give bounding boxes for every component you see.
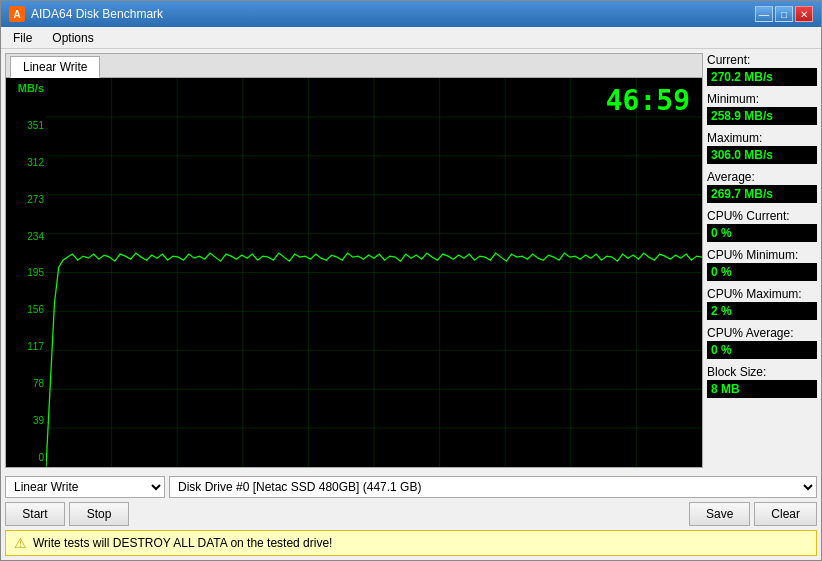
y-label-78: 78 <box>8 378 44 389</box>
maximum-label: Maximum: <box>707 131 817 145</box>
maximum-value: 306.0 MB/s <box>707 146 817 164</box>
cpu-current-label: CPU% Current: <box>707 209 817 223</box>
warning-bar: ⚠ Write tests will DESTROY ALL DATA on t… <box>5 530 817 556</box>
clear-button[interactable]: Clear <box>754 502 817 526</box>
stat-current: Current: 270.2 MB/s <box>707 53 817 86</box>
mbs-label: MB/s <box>8 82 44 94</box>
stat-average: Average: 269.7 MB/s <box>707 170 817 203</box>
chart-plot: 46:59 <box>46 78 702 467</box>
y-label-117: 117 <box>8 341 44 352</box>
close-button[interactable]: ✕ <box>795 6 813 22</box>
minimum-label: Minimum: <box>707 92 817 106</box>
stat-cpu-current: CPU% Current: 0 % <box>707 209 817 242</box>
block-size-value: 8 MB <box>707 380 817 398</box>
y-label-273: 273 <box>8 194 44 205</box>
menu-options[interactable]: Options <box>44 29 101 47</box>
menu-bar: File Options <box>1 27 821 49</box>
title-bar-left: A AIDA64 Disk Benchmark <box>9 6 163 22</box>
minimize-button[interactable]: — <box>755 6 773 22</box>
main-content: Linear Write MB/s 351 312 273 234 195 15… <box>1 49 821 472</box>
cpu-minimum-label: CPU% Minimum: <box>707 248 817 262</box>
current-value: 270.2 MB/s <box>707 68 817 86</box>
y-label-351: 351 <box>8 120 44 131</box>
drive-dropdown[interactable]: Disk Drive #0 [Netac SSD 480GB] (447.1 G… <box>169 476 817 498</box>
chart-svg <box>46 78 702 467</box>
stat-cpu-average: CPU% Average: 0 % <box>707 326 817 359</box>
stop-button[interactable]: Stop <box>69 502 129 526</box>
warning-icon: ⚠ <box>14 535 27 551</box>
buttons-row: Start Stop Save Clear <box>5 502 817 526</box>
cpu-maximum-value: 2 % <box>707 302 817 320</box>
cpu-current-value: 0 % <box>707 224 817 242</box>
main-window: A AIDA64 Disk Benchmark — □ ✕ File Optio… <box>0 0 822 561</box>
right-buttons: Save Clear <box>689 502 817 526</box>
stat-cpu-maximum: CPU% Maximum: 2 % <box>707 287 817 320</box>
block-size-label: Block Size: <box>707 365 817 379</box>
cpu-average-value: 0 % <box>707 341 817 359</box>
title-buttons: — □ ✕ <box>755 6 813 22</box>
cpu-average-label: CPU% Average: <box>707 326 817 340</box>
cpu-maximum-label: CPU% Maximum: <box>707 287 817 301</box>
y-axis: MB/s 351 312 273 234 195 156 117 78 39 0 <box>6 78 46 467</box>
title-bar: A AIDA64 Disk Benchmark — □ ✕ <box>1 1 821 27</box>
graph-inner: MB/s 351 312 273 234 195 156 117 78 39 0 <box>6 78 702 467</box>
y-label-39: 39 <box>8 415 44 426</box>
stat-cpu-minimum: CPU% Minimum: 0 % <box>707 248 817 281</box>
stat-block-size: Block Size: 8 MB <box>707 365 817 398</box>
average-label: Average: <box>707 170 817 184</box>
timer-display: 46:59 <box>606 84 690 117</box>
menu-file[interactable]: File <box>5 29 40 47</box>
tab-linear-write[interactable]: Linear Write <box>10 56 100 78</box>
chart-area: Linear Write MB/s 351 312 273 234 195 15… <box>5 53 703 468</box>
current-label: Current: <box>707 53 817 67</box>
maximize-button[interactable]: □ <box>775 6 793 22</box>
bottom-bar: Linear Write Disk Drive #0 [Netac SSD 48… <box>1 472 821 530</box>
graph-container: MB/s 351 312 273 234 195 156 117 78 39 0 <box>6 78 702 467</box>
test-type-dropdown[interactable]: Linear Write <box>5 476 165 498</box>
y-label-0: 0 <box>8 452 44 463</box>
warning-text: Write tests will DESTROY ALL DATA on the… <box>33 536 332 550</box>
y-label-234: 234 <box>8 231 44 242</box>
start-button[interactable]: Start <box>5 502 65 526</box>
stat-minimum: Minimum: 258.9 MB/s <box>707 92 817 125</box>
save-button[interactable]: Save <box>689 502 750 526</box>
cpu-minimum-value: 0 % <box>707 263 817 281</box>
y-label-156: 156 <box>8 304 44 315</box>
right-panel: Current: 270.2 MB/s Minimum: 258.9 MB/s … <box>707 53 817 468</box>
minimum-value: 258.9 MB/s <box>707 107 817 125</box>
controls-row: Linear Write Disk Drive #0 [Netac SSD 48… <box>5 476 817 498</box>
y-label-195: 195 <box>8 267 44 278</box>
left-buttons: Start Stop <box>5 502 129 526</box>
average-value: 269.7 MB/s <box>707 185 817 203</box>
tab-bar: Linear Write <box>6 54 702 78</box>
window-title: AIDA64 Disk Benchmark <box>31 7 163 21</box>
stat-maximum: Maximum: 306.0 MB/s <box>707 131 817 164</box>
y-label-312: 312 <box>8 157 44 168</box>
app-icon: A <box>9 6 25 22</box>
